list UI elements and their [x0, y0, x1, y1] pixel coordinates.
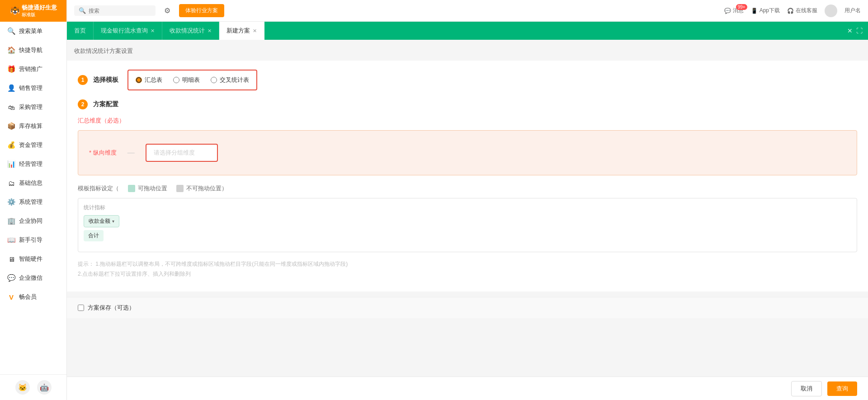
app-name: 畅捷通好生意	[22, 4, 57, 12]
sidebar-item-system[interactable]: ⚙️ 系统管理	[0, 193, 66, 212]
sidebar-item-label: 基础信息	[19, 179, 42, 187]
tab-home[interactable]: 首页	[67, 22, 94, 40]
support-item[interactable]: 🎧 在线客服	[787, 7, 817, 14]
gift-icon: 🎁	[7, 65, 15, 73]
step1-row: 1 选择模板 汇总表 明细表 交叉统计表	[78, 70, 857, 90]
search-box[interactable]: 🔍	[74, 5, 156, 16]
sidebar-item-label: 企业协同	[19, 217, 42, 225]
tab-actions: ✕ ⛶	[847, 27, 868, 34]
movable-label: 可拖动位置	[138, 184, 167, 193]
metrics-header: 模板指标设定（ 可拖动位置 不可拖动位置）	[78, 184, 857, 193]
step1-label: 选择模板	[93, 76, 118, 84]
radio-cross[interactable]: 交叉统计表	[211, 76, 249, 84]
tab-collection-stats-label: 收款情况统计	[170, 27, 205, 35]
app-version: 标准版	[22, 12, 57, 18]
template-selection-box: 汇总表 明细表 交叉统计表	[127, 70, 257, 90]
movable-dot	[128, 185, 135, 192]
sidebar-item-label: 资金管理	[19, 141, 42, 149]
home-icon: 🏠	[7, 46, 15, 54]
sidebar-item-enterprise[interactable]: 🏢 企业协同	[0, 212, 66, 231]
support-label: 在线客服	[796, 7, 817, 14]
chevron-down-icon: ▾	[112, 219, 114, 224]
folder-icon: 🗂	[7, 179, 15, 187]
tab-collection-stats[interactable]: 收款情况统计 ✕	[162, 22, 219, 40]
sidebar-item-hardware[interactable]: 🖥 智能硬件	[0, 249, 66, 268]
topbar: 🔍 ⚙ 体验行业方案 💬 消息 99+ 📱 App下载 🎧 在线客服 用户名	[67, 0, 868, 22]
tab-new-plan[interactable]: 新建方案 ✕	[219, 22, 264, 40]
close-icon[interactable]: ✕	[253, 28, 257, 34]
close-icon[interactable]: ✕	[208, 28, 212, 34]
sidebar-item-label: 系统管理	[19, 198, 42, 206]
radio-detail[interactable]: 明细表	[173, 76, 200, 84]
sidebar-item-label: 新手引导	[19, 236, 42, 244]
sidebar-item-marketing[interactable]: 🎁 营销推广	[0, 60, 66, 79]
dimension-placeholder: 请选择分组维度	[154, 149, 195, 157]
dimension-select[interactable]: 请选择分组维度	[146, 144, 218, 162]
sidebar-item-basic-info[interactable]: 🗂 基础信息	[0, 174, 66, 193]
save-section: 方案保存（可选）	[67, 297, 868, 318]
sidebar-item-quick-nav[interactable]: 🏠 快捷导航	[0, 41, 66, 60]
tab-bank-flow-label: 现金银行流水查询	[101, 27, 148, 35]
step1-circle: 1	[78, 75, 88, 85]
maximize-window-button[interactable]: ⛶	[856, 27, 863, 34]
industry-plan-button[interactable]: 体验行业方案	[179, 4, 224, 17]
metric-subtag-total: 合计	[84, 230, 104, 241]
tabbar: 首页 现金银行流水查询 ✕ 收款情况统计 ✕ 新建方案 ✕ ✕ ⛶	[67, 22, 868, 40]
fixed-dot	[176, 185, 184, 192]
sidebar-icon-1[interactable]: 🐱	[15, 380, 30, 395]
search-input[interactable]	[89, 8, 143, 14]
radio-cross-label: 交叉统计表	[220, 76, 249, 84]
sidebar-item-guide[interactable]: 📖 新手引导	[0, 231, 66, 249]
sidebar-item-wechat[interactable]: 💬 企业微信	[0, 268, 66, 287]
sidebar-item-label: 营销推广	[19, 65, 42, 73]
sidebar-item-member[interactable]: V 畅会员	[0, 287, 66, 306]
sidebar-item-sales[interactable]: 👤 销售管理	[0, 79, 66, 98]
settings-icon[interactable]: ⚙	[161, 5, 174, 17]
sidebar-item-search[interactable]: 🔍 搜索菜单	[0, 22, 66, 41]
tips-section: 提示： 1.拖动标题栏可以调整布局，不可跨维度或指标区域拖动栏目字段(只能在同一…	[78, 259, 857, 282]
tab-home-label: 首页	[74, 27, 86, 35]
sidebar-item-label: 快捷导航	[19, 46, 42, 54]
download-icon: 📱	[751, 8, 758, 14]
sidebar-item-purchase[interactable]: 🛍 采购管理	[0, 98, 66, 117]
close-icon[interactable]: ✕	[151, 28, 155, 34]
app-logo: 🐯 畅捷通好生意 标准版	[0, 0, 66, 22]
dimension-title: 汇总维度（必选）	[78, 117, 857, 125]
radio-detail-label: 明细表	[182, 76, 200, 84]
metric-tag-amount[interactable]: 收款金额 ▾	[84, 215, 119, 227]
radio-summary[interactable]: 汇总表	[136, 76, 162, 84]
notification-badge: 99+	[736, 4, 747, 10]
metric-tag-label: 收款金额	[89, 217, 110, 225]
save-label: 方案保存（可选）	[88, 304, 135, 312]
cancel-button[interactable]: 取消	[791, 381, 822, 396]
tab-bank-flow[interactable]: 现金银行流水查询 ✕	[94, 22, 162, 40]
sidebar-item-finance[interactable]: 💰 资金管理	[0, 136, 66, 155]
sidebar-footer: 🐱 🤖	[0, 374, 66, 400]
fixed-label: 不可拖动位置）	[186, 184, 227, 193]
dimension-area: * 纵向维度 — 请选择分组维度	[78, 130, 857, 175]
gear-icon: ⚙️	[7, 198, 15, 206]
query-button[interactable]: 查询	[827, 381, 857, 396]
monitor-icon: 🖥	[7, 255, 15, 263]
notification-item[interactable]: 💬 消息 99+	[724, 7, 744, 14]
avatar[interactable]	[825, 5, 837, 17]
tip-1: 提示： 1.拖动标题栏可以调整布局，不可跨维度或指标区域拖动栏目字段(只能在同一…	[78, 259, 857, 269]
close-window-button[interactable]: ✕	[847, 27, 853, 34]
tip-2: 2.点击标题栏下拉可设置排序、插入列和删除列	[78, 269, 857, 279]
radio-summary-input[interactable]	[136, 77, 142, 83]
save-checkbox[interactable]	[78, 305, 84, 311]
sidebar-item-label: 销售管理	[19, 84, 42, 92]
metrics-category-label: 统计指标	[84, 204, 851, 212]
arrow-icon: —	[127, 149, 135, 157]
sidebar-item-inventory[interactable]: 📦 库存核算	[0, 117, 66, 136]
sidebar-icon-2[interactable]: 🤖	[37, 380, 52, 395]
download-item[interactable]: 📱 App下载	[751, 7, 780, 14]
metrics-box: 统计指标 收款金额 ▾ 合计	[78, 198, 857, 252]
chat-icon: 💬	[7, 274, 15, 282]
radio-detail-input[interactable]	[173, 77, 179, 83]
username: 用户名	[844, 7, 861, 14]
radio-cross-input[interactable]	[211, 77, 217, 83]
money-icon: 💰	[7, 141, 15, 149]
sidebar-item-operations[interactable]: 📊 经营管理	[0, 155, 66, 174]
sidebar-item-label: 企业微信	[19, 274, 42, 282]
